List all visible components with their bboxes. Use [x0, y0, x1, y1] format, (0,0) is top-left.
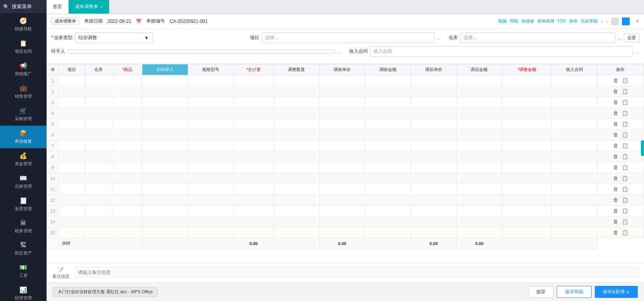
table-cell[interactable]: [411, 97, 457, 108]
table-cell[interactable]: [411, 195, 457, 206]
table-cell[interactable]: [456, 216, 502, 227]
table-cell[interactable]: [365, 119, 411, 130]
table-cell[interactable]: [234, 206, 274, 216]
table-cell[interactable]: [552, 216, 597, 227]
delete-icon[interactable]: 🗑: [612, 142, 619, 149]
copy-icon[interactable]: 📋: [621, 153, 629, 160]
table-cell[interactable]: [456, 75, 502, 86]
table-cell[interactable]: [85, 97, 112, 108]
col-header-scan[interactable]: 扫码录入: [142, 64, 188, 75]
table-cell[interactable]: [85, 75, 112, 86]
table-cell[interactable]: [274, 75, 319, 86]
table-cell[interactable]: [319, 227, 365, 238]
table-cell[interactable]: [365, 108, 411, 119]
table-cell[interactable]: [142, 173, 188, 184]
table-cell[interactable]: [502, 86, 551, 97]
copy-icon[interactable]: 📋: [621, 197, 629, 203]
table-cell[interactable]: [188, 140, 234, 151]
table-cell[interactable]: [411, 86, 457, 97]
table-cell[interactable]: [456, 130, 502, 140]
table-cell[interactable]: [85, 162, 112, 173]
save-new-dropdown-icon[interactable]: ∨: [626, 289, 630, 295]
view-toggle-icon[interactable]: [611, 17, 619, 25]
table-cell[interactable]: [234, 151, 274, 162]
table-cell[interactable]: [456, 140, 502, 151]
table-cell[interactable]: [112, 86, 142, 97]
table-cell[interactable]: [502, 97, 551, 108]
table-cell[interactable]: [274, 140, 319, 151]
table-cell[interactable]: [234, 216, 274, 227]
calendar-icon[interactable]: 📅: [136, 19, 142, 24]
business-type-select[interactable]: 结存调整 ▼: [75, 33, 152, 43]
delete-icon[interactable]: 🗑: [612, 229, 619, 236]
table-cell[interactable]: [59, 195, 85, 206]
table-cell[interactable]: [234, 75, 274, 86]
table-cell[interactable]: [112, 97, 142, 108]
delete-icon[interactable]: 🗑: [612, 110, 619, 116]
table-cell[interactable]: [552, 151, 597, 162]
sidebar-item-ops-mgmt[interactable]: 📊 经营管理: [0, 282, 47, 301]
table-cell[interactable]: [502, 151, 551, 162]
table-cell[interactable]: [188, 119, 234, 130]
table-cell[interactable]: [411, 206, 457, 216]
table-cell[interactable]: [112, 184, 142, 195]
table-cell[interactable]: [85, 151, 112, 162]
copy-icon[interactable]: 📋: [621, 175, 629, 182]
copy-icon[interactable]: 📋: [621, 88, 629, 95]
table-cell[interactable]: [112, 130, 142, 140]
delete-icon[interactable]: 🗑: [612, 99, 619, 106]
sidebar-item-purchase-mgmt[interactable]: 🛒 采购管理: [0, 103, 47, 126]
table-cell[interactable]: [319, 108, 365, 119]
copy-icon[interactable]: 📋: [621, 186, 629, 192]
table-cell[interactable]: [188, 195, 234, 206]
table-cell[interactable]: [411, 108, 457, 119]
table-cell[interactable]: [59, 86, 85, 97]
table-cell[interactable]: [188, 97, 234, 108]
table-cell[interactable]: [274, 206, 319, 216]
table-cell[interactable]: [552, 108, 597, 119]
table-cell[interactable]: [188, 162, 234, 173]
table-cell[interactable]: [112, 206, 142, 216]
income-contract-input[interactable]: 收入合同: [370, 46, 633, 57]
table-cell[interactable]: [112, 140, 142, 151]
table-cell[interactable]: [456, 162, 502, 173]
table-cell[interactable]: [188, 86, 234, 97]
table-cell[interactable]: [411, 173, 457, 184]
table-cell[interactable]: [552, 195, 597, 206]
copy-icon[interactable]: 📋: [621, 164, 629, 171]
table-cell[interactable]: [59, 162, 85, 173]
table-cell[interactable]: [59, 108, 85, 119]
table-cell[interactable]: [234, 97, 274, 108]
table-cell[interactable]: [85, 130, 112, 140]
project-input[interactable]: 选择...: [261, 33, 435, 43]
sidebar-item-sales-promotion[interactable]: 📢 营销推广: [0, 58, 47, 81]
table-cell[interactable]: [552, 86, 597, 97]
delete-icon[interactable]: 🗑: [612, 153, 619, 160]
table-cell[interactable]: [142, 162, 188, 173]
table-cell[interactable]: [188, 108, 234, 119]
table-cell[interactable]: [552, 162, 597, 173]
table-cell[interactable]: [319, 216, 365, 227]
table-cell[interactable]: [411, 151, 457, 162]
table-cell[interactable]: [552, 206, 597, 216]
table-cell[interactable]: [85, 86, 112, 97]
table-cell[interactable]: [274, 162, 319, 173]
table-cell[interactable]: [234, 173, 274, 184]
table-cell[interactable]: [456, 119, 502, 130]
table-cell[interactable]: [319, 86, 365, 97]
table-cell[interactable]: [274, 184, 319, 195]
table-cell[interactable]: [411, 75, 457, 86]
table-cell[interactable]: [142, 97, 188, 108]
table-cell[interactable]: [142, 75, 188, 86]
table-cell[interactable]: [85, 206, 112, 216]
table-cell[interactable]: [59, 151, 85, 162]
notes-input[interactable]: [74, 267, 639, 278]
tab-close-icon[interactable]: ×: [100, 5, 103, 9]
table-cell[interactable]: [365, 130, 411, 140]
table-cell[interactable]: [552, 227, 597, 238]
table-cell[interactable]: [112, 151, 142, 162]
table-cell[interactable]: [319, 195, 365, 206]
table-cell[interactable]: [142, 151, 188, 162]
settings-btn[interactable]: 设置: [624, 33, 639, 42]
nav-prev-icon[interactable]: ‹: [601, 18, 603, 24]
